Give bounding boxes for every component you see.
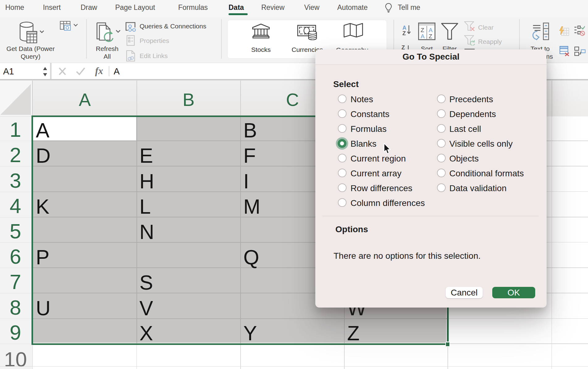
svg-text:Z: Z: [401, 45, 405, 50]
svg-text:Z: Z: [429, 33, 432, 40]
svg-text:A: A: [429, 27, 433, 33]
svg-text:A: A: [421, 33, 425, 40]
svg-text:A: A: [402, 25, 406, 31]
svg-text:Z: Z: [421, 27, 424, 33]
svg-text:Z: Z: [402, 30, 406, 36]
